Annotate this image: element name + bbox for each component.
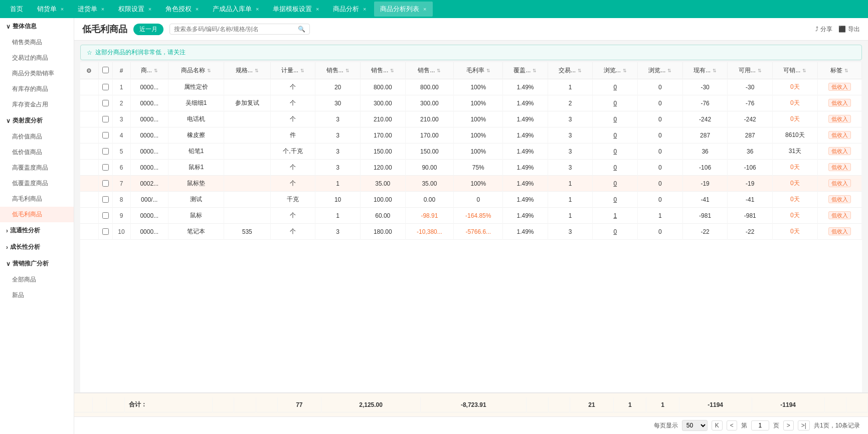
sidebar-group-circulation[interactable]: › 流通性分析 — [0, 222, 74, 239]
th-coverage[interactable]: 覆盖...⇅ — [503, 62, 548, 79]
row-name: 笔记本 — [168, 224, 224, 240]
page-number-input[interactable] — [751, 420, 769, 430]
next-page-btn[interactable]: > — [783, 420, 794, 430]
row-trade-count: 1 — [548, 79, 593, 95]
th-views2[interactable]: 浏览...⇅ — [638, 62, 683, 79]
settings-icon[interactable]: ⚙ — [86, 67, 92, 74]
sidebar-item-low-value[interactable]: 低价值商品 — [0, 144, 74, 160]
nav-template-close[interactable]: × — [316, 6, 319, 12]
table-footer: 合计： 77 2,125.00 -8,723.91 21 1 1 -1194 — [74, 392, 868, 416]
row-sales-qty: 30 — [315, 95, 361, 111]
pagination-bar: 每页显示 50 20 100 K < 第 页 > >| 共1页，10条记录 — [74, 416, 868, 434]
th-checkbox — [98, 62, 112, 79]
share-button[interactable]: ⤴ 分享 — [815, 25, 832, 34]
th-unit[interactable]: 计量...⇅ — [270, 62, 315, 79]
sidebar-group-overall[interactable]: ∨ 整体信息 — [0, 18, 74, 35]
row-checkbox[interactable] — [102, 212, 109, 219]
th-sellable-days[interactable]: 可销...⇅ — [773, 62, 818, 79]
sidebar-item-high-value[interactable]: 高价值商品 — [0, 129, 74, 144]
nav-product-analysis-list-close[interactable]: × — [423, 6, 426, 12]
row-checkbox[interactable] — [102, 84, 109, 90]
nav-product-analysis[interactable]: 商品分析 × — [327, 2, 372, 17]
row-checkbox-cell — [98, 127, 112, 143]
row-checkbox[interactable] — [102, 100, 109, 106]
sidebar-group-marketing[interactable]: ∨ 营销推广分析 — [0, 255, 74, 272]
nav-purchase[interactable]: 进货单 × — [72, 2, 110, 17]
nav-product-entry-close[interactable]: × — [256, 6, 259, 12]
sidebar-item-traded-products[interactable]: 交易过的商品 — [0, 50, 74, 66]
th-current-stock[interactable]: 现有...⇅ — [682, 62, 728, 79]
sidebar-item-low-coverage[interactable]: 低覆盖度商品 — [0, 176, 74, 191]
row-settings-cell — [80, 160, 98, 176]
nav-home[interactable]: 首页 — [4, 2, 29, 17]
sidebar-item-low-margin[interactable]: 低毛利商品 — [0, 207, 74, 222]
sidebar-item-high-margin[interactable]: 高毛利商品 — [0, 191, 74, 207]
row-checkbox[interactable] — [102, 180, 109, 187]
sidebar-item-sales-products[interactable]: 销售类商品 — [0, 35, 74, 50]
th-sales-profit[interactable]: 销售...⇅ — [405, 62, 454, 79]
sidebar-group-growth[interactable]: › 成长性分析 — [0, 239, 74, 255]
row-checkbox-cell — [98, 208, 112, 224]
row-tag: 低收入 — [817, 160, 861, 176]
row-code: 0000... — [130, 143, 168, 160]
warning-icon: ☆ — [87, 49, 92, 56]
th-available-stock[interactable]: 可用...⇅ — [728, 62, 773, 79]
export-button[interactable]: ⬛ 导出 — [838, 25, 860, 34]
nav-template[interactable]: 单据模板设置 × — [267, 2, 325, 17]
nav-purchase-close[interactable]: × — [101, 6, 104, 12]
row-sellable-days: 0天 — [773, 192, 818, 208]
th-product-code[interactable]: 商...⇅ — [130, 62, 168, 79]
th-sales-qty[interactable]: 销售...⇅ — [315, 62, 361, 79]
nav-product-analysis-list[interactable]: 商品分析列表 × — [374, 2, 432, 17]
row-spec — [224, 111, 270, 127]
th-trade-count[interactable]: 交易...⇅ — [548, 62, 593, 79]
sidebar-item-category-rate[interactable]: 商品分类助销率 — [0, 66, 74, 81]
nav-roles-close[interactable]: × — [196, 6, 199, 12]
row-checkbox-cell — [98, 160, 112, 176]
prev-page-btn[interactable]: < — [727, 420, 737, 430]
row-trade-count: 1 — [548, 208, 593, 224]
nav-product-entry[interactable]: 产成品入库单 × — [207, 2, 265, 17]
th-views1[interactable]: 浏览...⇅ — [593, 62, 638, 79]
th-spec[interactable]: 规格...⇅ — [224, 62, 270, 79]
sidebar-item-high-coverage[interactable]: 高覆盖度商品 — [0, 160, 74, 176]
th-product-name[interactable]: 商品名称⇅ — [168, 62, 224, 79]
row-number: 1 — [112, 79, 130, 95]
row-current-stock: -106 — [682, 160, 728, 176]
row-views1: 0 — [593, 224, 638, 240]
sidebar-group-value-analysis[interactable]: ∨ 类射度分析 — [0, 112, 74, 129]
row-trade-count: 3 — [548, 143, 593, 160]
per-page-select[interactable]: 50 20 100 — [682, 420, 708, 431]
sidebar-item-new-products[interactable]: 新品 — [0, 287, 74, 303]
sidebar-item-all-products[interactable]: 全部商品 — [0, 272, 74, 287]
row-sales-qty: 1 — [315, 208, 361, 224]
search-icon[interactable]: 🔍 — [298, 26, 305, 33]
search-input[interactable] — [174, 26, 298, 33]
sidebar-item-capital[interactable]: 库存资金占用 — [0, 97, 74, 112]
nav-sales[interactable]: 销货单 × — [31, 2, 70, 17]
row-checkbox[interactable] — [102, 164, 109, 171]
footer-views1: 1 — [614, 397, 646, 412]
sidebar-item-in-stock[interactable]: 有库存的商品 — [0, 81, 74, 97]
nav-permissions[interactable]: 权限设置 × — [112, 2, 157, 17]
nav-sales-close[interactable]: × — [61, 6, 64, 12]
th-gross-margin[interactable]: 毛利率⇅ — [454, 62, 503, 79]
row-checkbox[interactable] — [102, 196, 109, 203]
select-all-checkbox[interactable] — [102, 67, 109, 73]
row-gross-margin: 100% — [454, 127, 503, 143]
th-sales-amount[interactable]: 销售...⇅ — [360, 62, 405, 79]
row-checkbox[interactable] — [102, 132, 109, 138]
export-icon: ⬛ — [838, 26, 846, 33]
row-checkbox[interactable] — [102, 228, 109, 235]
row-checkbox[interactable] — [102, 116, 109, 122]
period-button[interactable]: 近一月 — [133, 24, 163, 35]
row-checkbox[interactable] — [102, 148, 109, 155]
last-page-btn[interactable]: >| — [798, 420, 810, 430]
nav-roles[interactable]: 角色授权 × — [159, 2, 205, 17]
row-gross-margin: 0 — [454, 192, 503, 208]
nav-permissions-close[interactable]: × — [148, 6, 151, 12]
th-tag[interactable]: 标签⇅ — [817, 62, 861, 79]
first-page-btn[interactable]: K — [712, 420, 723, 430]
notice-text: 这部分商品的利润非常低，请关注 — [95, 48, 186, 57]
nav-product-analysis-close[interactable]: × — [363, 6, 366, 12]
